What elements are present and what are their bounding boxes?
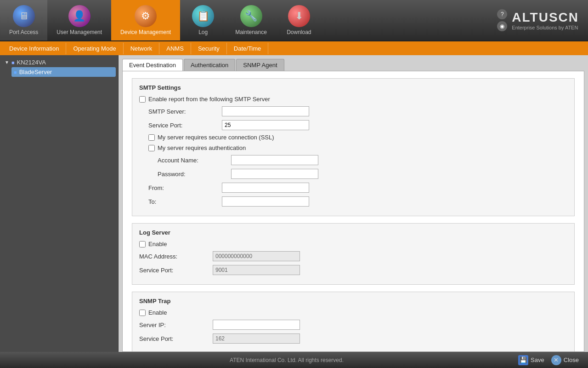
save-button[interactable]: 💾 Save <box>518 355 544 365</box>
smtp-ssl-row: My server requires secure connection (SS… <box>148 134 567 141</box>
smtp-port-input[interactable] <box>222 120 309 130</box>
smtp-ssl-checkbox[interactable] <box>148 134 155 141</box>
smtp-server-input[interactable] <box>222 106 309 116</box>
nav-network[interactable]: Network <box>124 43 160 54</box>
logo-area: ? ◉ ALTUSCN Enterprise Solutions by ATEN <box>488 0 588 40</box>
smtp-port-label: Service Port: <box>148 122 222 129</box>
port-access-icon: 🖥 <box>13 5 35 27</box>
smtp-account-row: Account Name: <box>158 155 567 165</box>
user-management-icon: 👤 <box>68 5 90 27</box>
nav-log[interactable]: 📋 Log <box>180 0 226 40</box>
smtp-to-label: To: <box>148 198 222 205</box>
nav-user-management-label: User Management <box>57 29 102 35</box>
nav-download-label: Download <box>287 29 311 35</box>
smtp-account-label: Account Name: <box>158 157 231 164</box>
logo-icons: ? ◉ <box>497 9 507 31</box>
smtp-auth-row: My server requires authentication <box>148 144 567 151</box>
smtp-password-row: Password: <box>158 169 567 179</box>
nav-device-management[interactable]: ⚙ Device Management <box>111 0 180 40</box>
top-navigation: 🖥 Port Access 👤 User Management ⚙ Device… <box>0 0 588 41</box>
help-icon[interactable]: ? <box>497 9 507 19</box>
brand-logo: ALTUSCN Enterprise Solutions by ATEN <box>512 10 579 30</box>
maintenance-icon: 🔧 <box>240 5 262 27</box>
sub-tabs: Event Destination Authentication SNMP Ag… <box>119 55 588 71</box>
close-label: Close <box>564 356 579 363</box>
bottom-bar: ATEN International Co. Ltd. All rights r… <box>0 352 588 368</box>
nav-user-management[interactable]: 👤 User Management <box>47 0 111 40</box>
log-server-title: Log Server <box>139 229 567 236</box>
settings-icon[interactable]: ◉ <box>497 21 507 31</box>
device-management-icon: ⚙ <box>135 5 157 27</box>
nav-download[interactable]: ⬇ Download <box>276 0 322 40</box>
log-enable-label: Enable <box>148 241 167 247</box>
smtp-section: SMTP Settings Enable report from the fol… <box>132 78 575 216</box>
smtp-enable-checkbox[interactable] <box>139 96 146 103</box>
smtp-title: SMTP Settings <box>139 84 567 91</box>
smtp-enable-label: Enable report from the following SMTP Se… <box>148 96 270 103</box>
snmp-enable-checkbox[interactable] <box>139 310 146 316</box>
panel-scroll[interactable]: SMTP Settings Enable report from the fol… <box>123 71 584 351</box>
smtp-to-row: To: <box>148 196 567 207</box>
brand-subtitle: Enterprise Solutions by ATEN <box>512 25 579 30</box>
tab-authentication[interactable]: Authentication <box>184 59 235 71</box>
smtp-password-input[interactable] <box>231 169 318 179</box>
nav-port-access[interactable]: 🖥 Port Access <box>0 0 47 40</box>
smtp-server-row: SMTP Server: <box>148 106 567 116</box>
log-mac-input[interactable] <box>213 251 300 261</box>
download-icon: ⬇ <box>288 5 310 27</box>
nav-log-label: Log <box>198 29 208 35</box>
smtp-auth-checkbox[interactable] <box>148 145 155 151</box>
device-icon: ■ <box>11 60 15 65</box>
snmp-ip-input[interactable] <box>213 320 300 330</box>
snmp-port-row: Service Port: <box>139 334 567 344</box>
log-icon: 📋 <box>192 5 214 27</box>
smtp-password-label: Password: <box>158 171 231 178</box>
nav-security[interactable]: Security <box>191 43 227 54</box>
nav-port-access-label: Port Access <box>9 29 38 35</box>
brand-name: ALTUSCN <box>512 10 579 25</box>
log-enable-checkbox[interactable] <box>139 241 146 247</box>
nav-maintenance[interactable]: 🔧 Maintenance <box>226 0 276 40</box>
nav-anms[interactable]: ANMS <box>159 43 191 54</box>
smtp-from-row: From: <box>148 183 567 193</box>
log-mac-row: MAC Address: <box>139 251 567 261</box>
sidebar-bladeserver[interactable]: ■ BladeServer <box>11 67 116 77</box>
tab-event-destination[interactable]: Event Destination <box>122 59 183 71</box>
log-port-row: Service Port: <box>139 265 567 275</box>
sidebar-device[interactable]: ▼ ■ KN2124VA <box>2 58 116 67</box>
tab-snmp-agent[interactable]: SNMP Agent <box>236 59 284 71</box>
log-port-label: Service Port: <box>139 267 213 274</box>
snmp-port-input[interactable] <box>213 334 300 344</box>
snmp-ip-row: Server IP: <box>139 320 567 330</box>
close-icon: ✕ <box>551 355 561 365</box>
smtp-auth-label: My server requires authentication <box>158 144 246 151</box>
second-navigation: Device Information Operating Mode Networ… <box>0 41 588 55</box>
nav-device-information[interactable]: Device Information <box>2 43 66 54</box>
save-icon: 💾 <box>518 355 528 365</box>
smtp-to-input[interactable] <box>222 196 309 207</box>
sidebar-bladeserver-label: BladeServer <box>19 69 52 75</box>
smtp-port-row: Service Port: <box>148 120 567 130</box>
footer-copyright: ATEN International Co. Ltd. All rights r… <box>55 357 518 363</box>
bladeserver-icon: ■ <box>14 69 17 75</box>
nav-device-management-label: Device Management <box>120 29 171 35</box>
nav-datetime[interactable]: Date/Time <box>227 43 268 54</box>
smtp-enable-row: Enable report from the following SMTP Se… <box>139 96 567 103</box>
log-mac-label: MAC Address: <box>139 253 213 260</box>
snmp-enable-label: Enable <box>148 309 167 316</box>
log-port-input[interactable] <box>213 265 300 275</box>
snmp-enable-row: Enable <box>139 309 567 316</box>
nav-operating-mode[interactable]: Operating Mode <box>66 43 123 54</box>
save-label: Save <box>531 356 544 363</box>
snmp-ip-label: Server IP: <box>139 322 213 328</box>
smtp-account-input[interactable] <box>231 155 318 165</box>
nav-maintenance-label: Maintenance <box>235 29 267 35</box>
sidebar: ▼ ■ KN2124VA ■ BladeServer <box>0 55 119 352</box>
main-panel: SMTP Settings Enable report from the fol… <box>122 71 584 352</box>
smtp-ssl-label: My server requires secure connection (SS… <box>158 134 274 141</box>
bottom-buttons: 💾 Save ✕ Close <box>518 355 579 365</box>
close-button[interactable]: ✕ Close <box>551 355 579 365</box>
snmp-port-label: Service Port: <box>139 335 213 342</box>
smtp-from-input[interactable] <box>222 183 309 193</box>
log-server-section: Log Server Enable MAC Address: Service P… <box>132 223 575 285</box>
